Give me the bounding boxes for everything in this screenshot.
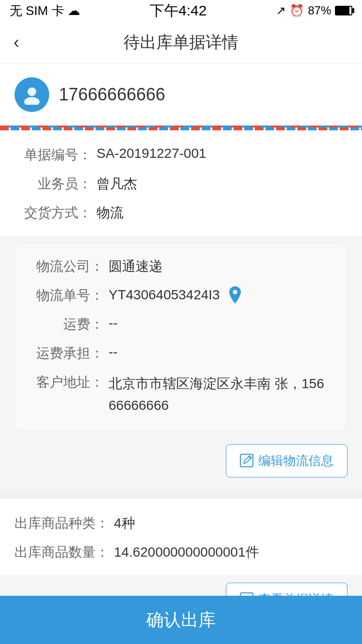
- order-no-label: 单据编号：: [14, 146, 92, 164]
- status-left: 无 SIM 卡 ☁: [10, 2, 80, 19]
- product-quantity-value: 14.620000000000001件: [109, 543, 348, 561]
- address-row: 客户地址： 北京市市辖区海淀区永丰南 张，156 66666666: [27, 373, 335, 417]
- nav-bar: ‹ 待出库单据详情: [0, 21, 362, 64]
- logistics-company-label: 物流公司：: [27, 257, 104, 276]
- delivery-method-label: 交货方式：: [14, 204, 92, 222]
- avatar: [14, 77, 49, 112]
- tracking-no-row: 物流单号： YT43064053424I3: [27, 286, 335, 305]
- edit-icon: [240, 454, 253, 467]
- confirm-outbound-label: 确认出库: [146, 608, 216, 632]
- tracking-no-label: 物流单号：: [27, 286, 104, 305]
- sim-status: 无 SIM 卡 ☁: [10, 2, 80, 19]
- logistics-card: 物流公司： 圆通速递 物流单号： YT43064053424I3 运费： -- …: [14, 243, 348, 431]
- freight-value: --: [104, 315, 335, 331]
- battery-level: 87%: [308, 4, 331, 17]
- section-separator: [0, 491, 362, 499]
- freight-bearer-label: 运费承担：: [27, 344, 104, 363]
- user-header: 17666666666: [0, 64, 362, 127]
- order-no-value: SA-20191227-001: [92, 146, 348, 161]
- status-right: ↗ ⏰ 87%: [276, 4, 352, 17]
- logistics-company-row: 物流公司： 圆通速递: [27, 257, 335, 276]
- product-quantity-label: 出库商品数量：: [14, 543, 109, 561]
- edit-logistics-button[interactable]: 编辑物流信息: [226, 444, 348, 477]
- confirm-outbound-button[interactable]: 确认出库: [0, 596, 362, 644]
- battery-icon: [335, 6, 352, 15]
- product-quantity-row: 出库商品数量： 14.620000000000001件: [14, 543, 348, 561]
- address-value: 北京市市辖区海淀区永丰南 张，156 66666666: [104, 373, 335, 417]
- freight-label: 运费：: [27, 315, 104, 334]
- tracking-no-value: YT43064053424I3: [104, 286, 335, 304]
- page-title: 待出库单据详情: [124, 31, 238, 54]
- freight-bearer-value: --: [104, 344, 335, 360]
- freight-row: 运费： --: [27, 315, 335, 334]
- alarm-icon: ⏰: [290, 4, 304, 17]
- product-types-row: 出库商品种类： 4种: [14, 514, 348, 532]
- order-no-row: 单据编号： SA-20191227-001: [14, 146, 348, 164]
- edit-logistics-wrap: 编辑物流信息: [0, 444, 362, 491]
- sales-person-label: 业务员：: [14, 175, 92, 193]
- sales-person-value: 曾凡杰: [92, 175, 348, 193]
- back-button[interactable]: ‹: [14, 32, 19, 53]
- delivery-method-value: 物流: [92, 204, 348, 222]
- svg-point-0: [28, 87, 36, 96]
- location-status-icon: ↗: [276, 4, 286, 17]
- product-types-value: 4种: [109, 514, 348, 532]
- product-info-section: 出库商品种类： 4种 出库商品数量： 14.620000000000001件: [0, 499, 362, 575]
- svg-point-1: [24, 97, 40, 105]
- delivery-method-row: 交货方式： 物流: [14, 204, 348, 222]
- freight-bearer-row: 运费承担： --: [27, 344, 335, 363]
- product-types-label: 出库商品种类：: [14, 514, 109, 532]
- sales-person-row: 业务员： 曾凡杰: [14, 175, 348, 193]
- user-avatar-icon: [22, 84, 42, 105]
- logistics-company-value: 圆通速递: [104, 257, 335, 276]
- location-icon[interactable]: [226, 286, 244, 304]
- address-label: 客户地址：: [27, 373, 104, 392]
- edit-logistics-label: 编辑物流信息: [258, 452, 334, 469]
- status-bar: 无 SIM 卡 ☁ 下午4:42 ↗ ⏰ 87%: [0, 0, 362, 21]
- svg-rect-2: [240, 454, 253, 467]
- order-info-section: 单据编号： SA-20191227-001 业务员： 曾凡杰 交货方式： 物流: [0, 130, 362, 236]
- status-time: 下午4:42: [150, 1, 207, 21]
- user-phone: 17666666666: [59, 84, 165, 105]
